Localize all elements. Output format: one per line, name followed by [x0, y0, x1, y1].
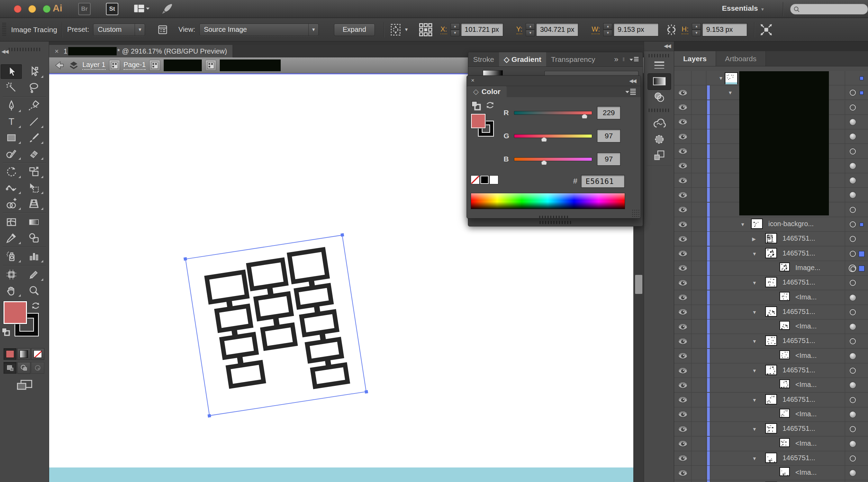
perspective-grid-tool[interactable] — [22, 196, 45, 212]
expander-open-icon[interactable]: ▼ — [752, 309, 757, 315]
paintbrush-tool[interactable] — [22, 130, 45, 146]
tab-gradient[interactable]: ◇ Gradient — [499, 52, 546, 66]
layer-row[interactable]: <Ima... — [674, 437, 868, 451]
target-icon[interactable] — [850, 368, 856, 374]
eye-icon[interactable] — [678, 162, 688, 169]
expander-open-icon[interactable]: ▼ — [752, 251, 757, 257]
visibility-cell[interactable] — [674, 71, 691, 85]
layer-thumbnail[interactable] — [779, 292, 790, 301]
free-transform-tool[interactable] — [22, 180, 45, 196]
eye-icon[interactable] — [678, 235, 688, 243]
w-stepper[interactable]: ▲▼ — [603, 23, 612, 36]
eye-icon[interactable] — [678, 147, 688, 155]
sitemap-icon[interactable] — [149, 60, 160, 71]
visibility-cell[interactable] — [674, 422, 691, 436]
visibility-cell[interactable] — [674, 188, 691, 202]
layer-thumbnail[interactable] — [779, 379, 790, 388]
visibility-cell[interactable] — [674, 378, 691, 392]
artboard-tool[interactable] — [0, 267, 22, 282]
lock-cell[interactable] — [691, 480, 706, 482]
symbol-sprayer-tool[interactable] — [0, 248, 22, 264]
link-dimensions-icon[interactable] — [665, 23, 678, 36]
layer-row[interactable]: <Ima... — [674, 319, 868, 334]
layer-thumbnail[interactable] — [779, 438, 790, 447]
lock-cell[interactable] — [691, 261, 706, 275]
target-appearance-icon[interactable] — [850, 470, 856, 476]
eye-icon[interactable] — [678, 337, 688, 345]
visibility-cell[interactable] — [674, 100, 691, 114]
bridge-icon[interactable]: Br — [78, 3, 91, 15]
layer-row[interactable]: ▼1465751... — [674, 422, 868, 436]
slider-handle[interactable] — [541, 137, 547, 142]
w-field[interactable]: 9.153 px — [614, 23, 659, 36]
target-appearance-icon[interactable] — [850, 133, 856, 140]
shape-builder-tool[interactable] — [0, 196, 22, 212]
layer-thumbnail[interactable] — [725, 72, 738, 84]
target-selected-icon[interactable] — [849, 265, 856, 272]
expander-open-icon[interactable]: ▼ — [752, 426, 757, 432]
lock-cell[interactable] — [691, 290, 706, 305]
target-icon[interactable] — [850, 207, 856, 213]
expander-open-icon[interactable]: ▼ — [728, 90, 733, 95]
column-graph-tool[interactable] — [22, 248, 45, 264]
tab-artboards[interactable]: Artboards — [716, 51, 766, 66]
lock-cell[interactable] — [691, 188, 706, 202]
visibility-cell[interactable] — [674, 261, 691, 275]
lock-cell[interactable] — [691, 217, 706, 231]
pen-tool[interactable] — [0, 98, 22, 114]
layer-thumbnail[interactable] — [779, 262, 790, 271]
selection-indicator[interactable] — [860, 91, 864, 95]
target-icon[interactable] — [850, 338, 856, 344]
visibility-cell[interactable] — [674, 129, 691, 143]
visibility-cell[interactable] — [674, 363, 691, 378]
eye-icon[interactable] — [678, 440, 688, 447]
layer-name[interactable]: <Ima... — [795, 439, 817, 447]
panel-grip[interactable] — [539, 216, 568, 219]
gradient-tool[interactable] — [22, 214, 45, 230]
eye-icon[interactable] — [678, 396, 688, 404]
collapse-dock-icon[interactable]: ◀◀ — [664, 43, 670, 49]
reference-point-locator[interactable] — [418, 22, 433, 37]
expander-open-icon[interactable]: ▼ — [752, 280, 757, 286]
layer-row[interactable]: <Ima... — [674, 466, 868, 480]
eye-icon[interactable] — [678, 352, 688, 360]
layer-row[interactable]: ▼icon-backgro... — [674, 217, 868, 232]
swap-fill-stroke-icon[interactable] — [30, 301, 41, 310]
rotate-tool[interactable] — [0, 164, 22, 180]
target-appearance-icon[interactable] — [850, 411, 856, 418]
expander-open-icon[interactable]: ▼ — [752, 456, 757, 461]
h-field[interactable]: 9.153 px — [702, 23, 747, 36]
visibility-cell[interactable] — [674, 407, 691, 421]
breadcrumb-layer[interactable]: Layer 1 — [82, 61, 106, 70]
visibility-cell[interactable] — [674, 305, 691, 319]
panel-grip[interactable] — [9, 48, 40, 51]
target-icon[interactable] — [850, 280, 856, 286]
lock-cell[interactable] — [691, 319, 706, 334]
layer-name[interactable]: <Ima... — [795, 410, 817, 418]
target-icon[interactable] — [850, 148, 856, 155]
visibility-cell[interactable] — [674, 480, 691, 482]
eye-icon[interactable] — [678, 367, 688, 374]
target-icon[interactable] — [850, 104, 856, 111]
color-spectrum-bar[interactable] — [471, 193, 625, 209]
lock-cell[interactable] — [691, 407, 706, 421]
target-icon[interactable] — [850, 221, 856, 228]
lock-cell[interactable] — [691, 247, 706, 261]
layer-row[interactable]: <Ima... — [674, 349, 868, 363]
selection-handle[interactable] — [208, 414, 211, 417]
selection-indicator[interactable] — [860, 223, 864, 226]
lasso-tool[interactable] — [22, 80, 45, 95]
target-appearance-icon[interactable] — [850, 163, 856, 169]
target-appearance-icon[interactable] — [850, 119, 856, 125]
lock-cell[interactable] — [691, 393, 706, 407]
lock-cell[interactable] — [691, 100, 706, 114]
channel-slider[interactable] — [514, 157, 592, 161]
eye-icon[interactable] — [678, 103, 688, 111]
selection-handle[interactable] — [183, 257, 187, 261]
layer-name[interactable]: 1465751... — [783, 234, 815, 242]
selection-tool[interactable] — [1, 64, 22, 79]
target-icon[interactable] — [850, 397, 856, 403]
eye-icon[interactable] — [678, 410, 688, 418]
lock-cell[interactable] — [691, 422, 706, 436]
close-panel-icon[interactable]: × — [471, 77, 474, 84]
